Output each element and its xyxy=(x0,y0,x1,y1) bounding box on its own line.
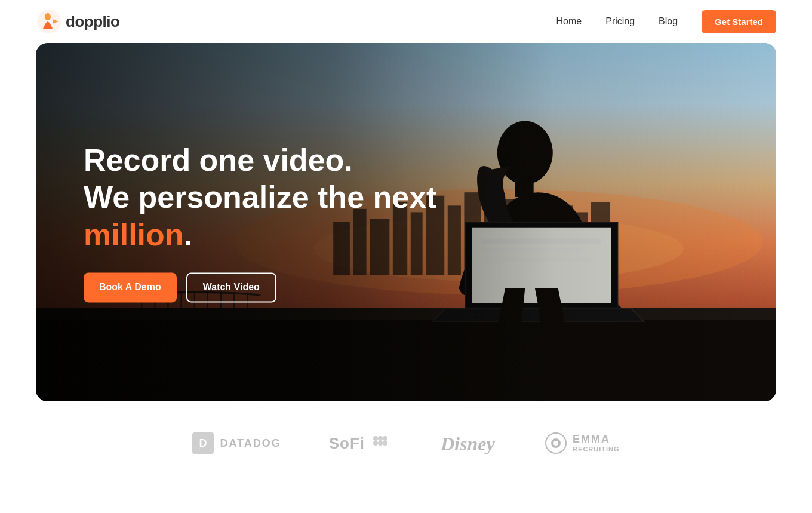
svg-text:Disney: Disney xyxy=(440,433,495,454)
hero-title-highlight: million xyxy=(84,217,184,252)
logo-text: dopplio xyxy=(66,13,119,31)
logo-sofi: SoFi xyxy=(329,431,390,455)
sofi-label: SoFi xyxy=(329,434,365,453)
svg-point-42 xyxy=(378,436,383,441)
hero-section: Record one video. We personalize the nex… xyxy=(36,43,776,401)
watch-video-button[interactable]: Watch Video xyxy=(186,273,276,303)
hero-title-line2: We personalize the next million. xyxy=(84,180,436,252)
svg-point-44 xyxy=(373,441,378,446)
book-demo-button[interactable]: Book A Demo xyxy=(84,273,177,303)
svg-point-50 xyxy=(553,441,558,446)
emma-text: EMMA RECRUITING xyxy=(573,433,619,453)
emma-name: EMMA xyxy=(573,433,619,446)
hero-title: Record one video. We personalize the nex… xyxy=(84,142,466,253)
emma-subtitle: RECRUITING xyxy=(573,446,619,453)
svg-point-1 xyxy=(45,13,51,20)
nav-links: Home Pricing Blog Get Started xyxy=(556,10,776,33)
svg-point-43 xyxy=(383,436,387,441)
svg-point-46 xyxy=(383,441,387,446)
logo[interactable]: dopplio xyxy=(36,8,119,35)
navbar: dopplio Home Pricing Blog Get Started xyxy=(0,0,812,43)
svg-point-45 xyxy=(378,441,383,446)
hero-title-suffix: . xyxy=(184,217,192,252)
svg-point-41 xyxy=(373,436,378,441)
nav-pricing[interactable]: Pricing xyxy=(605,16,635,27)
hero-title-line1: Record one video. xyxy=(84,143,353,177)
hero-buttons: Book A Demo Watch Video xyxy=(84,273,466,303)
logo-disney: Disney xyxy=(438,431,497,455)
hero-content: Record one video. We personalize the nex… xyxy=(84,142,466,302)
logo-icon xyxy=(36,8,62,35)
sofi-icon xyxy=(371,431,390,455)
get-started-button[interactable]: Get Started xyxy=(702,10,776,33)
disney-icon: Disney xyxy=(438,431,497,455)
hero-title-prefix: We personalize the next xyxy=(84,180,436,215)
nav-home[interactable]: Home xyxy=(556,16,582,27)
nav-blog[interactable]: Blog xyxy=(659,16,678,27)
emma-icon xyxy=(545,431,567,455)
datadog-icon: D xyxy=(192,431,214,455)
logos-section: D DATADOG SoFi Disney EMMA RECRUIT xyxy=(0,401,812,473)
logo-emma: EMMA RECRUITING xyxy=(545,431,619,455)
svg-text:D: D xyxy=(199,437,207,449)
datadog-label: DATADOG xyxy=(220,437,281,450)
logo-datadog: D DATADOG xyxy=(192,431,281,455)
